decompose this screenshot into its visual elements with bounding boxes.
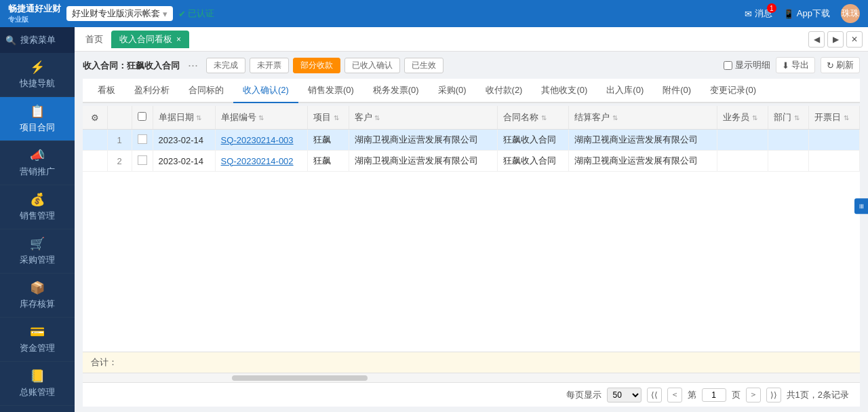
- contract-actions: 显示明细 ⬇ 导出 ↻ 刷新: [724, 57, 860, 73]
- row-check-0[interactable]: [132, 130, 153, 151]
- page-input[interactable]: [702, 388, 726, 402]
- refresh-button[interactable]: ↻ 刷新: [821, 57, 860, 73]
- company-name: 好业财专业版演示帐套: [72, 7, 160, 20]
- inner-tab-11[interactable]: 变更记录(0): [701, 79, 766, 103]
- app-download-button[interactable]: 📱 App下载: [783, 7, 830, 20]
- inner-tab-5[interactable]: 税务发票(0): [363, 79, 429, 103]
- per-page-label: 每页显示: [566, 389, 601, 401]
- page-label-suffix: 页: [732, 389, 741, 401]
- message-badge: 1: [767, 3, 776, 13]
- col-check: [132, 106, 153, 130]
- row-check-1[interactable]: [132, 151, 153, 172]
- sidebar-item-marketing[interactable]: 📣营销推广: [0, 141, 75, 185]
- row-number-1[interactable]: SQ-20230214-002: [215, 151, 308, 172]
- sidebar-item-inventory[interactable]: 📦库存核算: [0, 274, 75, 318]
- table-container: ⚙ 单据日期 ⇅ 单据编号 ⇅ 项目 ⇅ 客户 ⇅ 合同名称 ⇅ 结算客户 ⇅ …: [83, 103, 860, 407]
- sidebar-search[interactable]: 🔍 搜索菜单: [0, 27, 75, 53]
- col-settings-icon[interactable]: ⚙: [83, 106, 107, 130]
- row-salesperson-0: [717, 130, 768, 151]
- row-date-0: 2023-02-14: [153, 130, 215, 151]
- sort-customer-icon: ⇅: [374, 114, 380, 121]
- sidebar-item-sales[interactable]: 💰销售管理: [0, 185, 75, 229]
- col-contract[interactable]: 合同名称 ⇅: [498, 106, 569, 130]
- first-page-button[interactable]: ⟨⟨: [647, 388, 662, 402]
- col-department[interactable]: 部门 ⇅: [768, 106, 809, 130]
- right-float-icon: ≡: [856, 204, 861, 209]
- col-date[interactable]: 单据日期 ⇅: [153, 106, 215, 130]
- inner-tab-1[interactable]: 盈利分析: [125, 79, 179, 103]
- tab-next-button[interactable]: ▶: [827, 31, 844, 48]
- search-icon: 🔍: [5, 35, 16, 45]
- sort-contract-icon: ⇅: [541, 114, 547, 121]
- prev-page-button[interactable]: ＜: [667, 388, 682, 402]
- row-settlement-0: 湖南卫视商业运营发展有限公司: [568, 130, 717, 151]
- close-tab-icon[interactable]: ×: [176, 35, 181, 44]
- inner-tab-6[interactable]: 采购(0): [429, 79, 476, 103]
- inner-tab-3[interactable]: 收入确认(2): [233, 79, 298, 103]
- row-number-0[interactable]: SQ-20230214-003: [215, 130, 308, 151]
- certified-badge: ✔ 已认证: [178, 7, 214, 20]
- show-detail-label[interactable]: 显示明细: [724, 59, 770, 71]
- sort-department-icon: ⇅: [794, 114, 800, 121]
- inner-tab-0[interactable]: 看板: [88, 79, 125, 103]
- app-download-label: App下载: [797, 7, 830, 20]
- data-table: ⚙ 单据日期 ⇅ 单据编号 ⇅ 项目 ⇅ 客户 ⇅ 合同名称 ⇅ 结算客户 ⇅ …: [83, 106, 860, 172]
- show-detail-checkbox[interactable]: [724, 61, 732, 70]
- col-project[interactable]: 项目 ⇅: [308, 106, 349, 130]
- contract-header: 收入合同：狂飙收入合同 ··· 未完成未开票部分收款已收入确认已生效 显示明细 …: [83, 57, 860, 73]
- sidebar-item-purchase[interactable]: 🛒采购管理: [0, 229, 75, 274]
- tab-prev-button[interactable]: ◀: [808, 31, 825, 48]
- sidebar-item-general[interactable]: 📒总账管理: [0, 362, 75, 406]
- status-btn-4[interactable]: 已生效: [404, 58, 443, 73]
- inner-tab-7[interactable]: 收付款(2): [476, 79, 532, 103]
- inner-tab-9[interactable]: 出入库(0): [597, 79, 653, 103]
- right-float-button[interactable]: ≡: [854, 198, 860, 214]
- per-page-select[interactable]: 2050100: [607, 388, 642, 402]
- next-page-button[interactable]: ＞: [746, 388, 761, 402]
- tab-nav-buttons: ◀ ▶ ✕: [808, 31, 863, 48]
- sidebar-item-project[interactable]: 📋项目合同: [0, 97, 75, 141]
- status-btn-2[interactable]: 部分收款: [293, 58, 340, 73]
- status-buttons: 未完成未开票部分收款已收入确认已生效: [206, 58, 443, 73]
- sidebar-item-funds[interactable]: 💳资金管理: [0, 318, 75, 362]
- scrollbar-thumb[interactable]: [232, 375, 368, 381]
- col-invoice-date[interactable]: 开票日 ⇅: [809, 106, 860, 130]
- last-page-button[interactable]: ⟩⟩: [766, 388, 781, 402]
- export-button[interactable]: ⬇ 导出: [776, 57, 815, 73]
- top-bar: 畅捷通好业财 专业版 好业财专业版演示帐套 ▾ ✔ 已认证 ✉ 1 消息 📱 A…: [0, 0, 868, 27]
- status-btn-3[interactable]: 已收入确认: [344, 58, 400, 73]
- sort-settlement-icon: ⇅: [612, 114, 618, 121]
- summary-bar: 合计：: [83, 352, 860, 373]
- message-button[interactable]: ✉ 1 消息: [745, 7, 772, 20]
- more-button[interactable]: ···: [188, 58, 198, 73]
- col-index: [107, 106, 132, 130]
- company-selector[interactable]: 好业财专业版演示帐套 ▾: [66, 6, 173, 21]
- horizontal-scrollbar[interactable]: [83, 373, 860, 382]
- status-btn-0[interactable]: 未完成: [206, 58, 245, 73]
- table-area[interactable]: ⚙ 单据日期 ⇅ 单据编号 ⇅ 项目 ⇅ 客户 ⇅ 合同名称 ⇅ 结算客户 ⇅ …: [83, 106, 860, 352]
- tab-home[interactable]: 首页: [80, 31, 108, 48]
- sidebar-item-invoice[interactable]: 🧾发票管理: [0, 406, 75, 412]
- tab-bar: 首页 收入合同看板 × ◀ ▶ ✕: [75, 27, 868, 52]
- inner-tab-8[interactable]: 其他收支(0): [532, 79, 597, 103]
- inner-tabs: 看板盈利分析合同标的收入确认(2)销售发票(0)税务发票(0)采购(0)收付款(…: [83, 79, 860, 103]
- tab-contract-board[interactable]: 收入合同看板 ×: [111, 31, 189, 48]
- top-bar-right: ✉ 1 消息 📱 App下载 珠珠: [745, 4, 860, 23]
- row-settings-0: [83, 130, 107, 151]
- status-btn-1[interactable]: 未开票: [250, 58, 289, 73]
- sales-icon: 💰: [30, 192, 45, 207]
- user-avatar[interactable]: 珠珠: [841, 4, 860, 23]
- inner-tab-4[interactable]: 销售发票(0): [298, 79, 363, 103]
- sidebar-item-quick-nav[interactable]: ⚡ 快捷导航: [0, 53, 75, 97]
- message-icon: ✉: [745, 9, 752, 19]
- col-customer[interactable]: 客户 ⇅: [349, 106, 498, 130]
- col-salesperson[interactable]: 业务员 ⇅: [717, 106, 768, 130]
- col-number[interactable]: 单据编号 ⇅: [215, 106, 308, 130]
- tab-close-button[interactable]: ✕: [846, 31, 863, 48]
- col-settlement[interactable]: 结算客户 ⇅: [568, 106, 717, 130]
- row-invoicedate-1: [809, 151, 860, 172]
- select-all-checkbox[interactable]: [138, 112, 146, 121]
- inner-tab-10[interactable]: 附件(0): [653, 79, 701, 103]
- inner-tab-2[interactable]: 合同标的: [179, 79, 233, 103]
- refresh-icon: ↻: [827, 60, 834, 71]
